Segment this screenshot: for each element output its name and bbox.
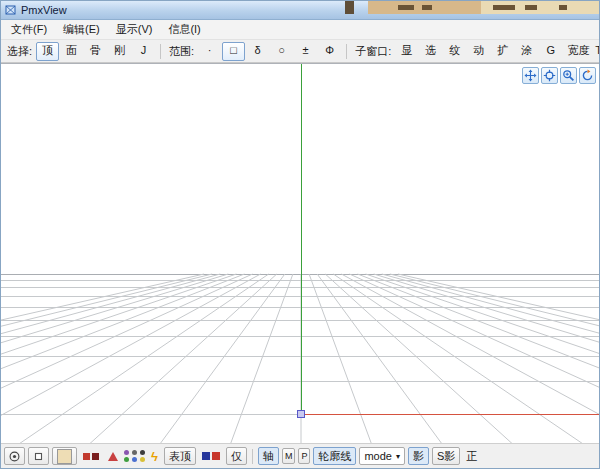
- pmxview-window: PmxView 文件(F) 编辑(E) 显示(V) 信息(I) 选择: 顶 面 …: [0, 0, 600, 469]
- view-nav-buttons: [522, 67, 596, 84]
- triangle-indicator[interactable]: [105, 452, 121, 461]
- range-point-button[interactable]: ·: [198, 42, 221, 61]
- select-face-button[interactable]: 面: [60, 42, 83, 61]
- toolbar-separator: [160, 44, 161, 59]
- subwindow-t-button[interactable]: T: [587, 42, 600, 61]
- global-axis-toggle[interactable]: P: [298, 448, 310, 464]
- point-display-toggle[interactable]: [28, 447, 49, 465]
- shadow-toggle[interactable]: 影: [408, 447, 429, 465]
- mode-dropdown-label: mode: [364, 450, 392, 462]
- vertex-display-toggle[interactable]: [4, 447, 25, 465]
- select-label: 选择:: [4, 44, 35, 59]
- pan-arrows-icon: [524, 69, 537, 82]
- view-move-button[interactable]: [541, 67, 558, 84]
- subwindow-label: 子窗口:: [352, 44, 394, 59]
- material-color-button[interactable]: [52, 447, 77, 465]
- subwindow-g-button[interactable]: G: [539, 42, 562, 61]
- only-toggle[interactable]: 仅: [226, 447, 247, 465]
- selection-color-squares: [199, 452, 223, 460]
- chevron-down-icon: ▾: [396, 452, 400, 461]
- magnifier-icon: [562, 69, 575, 82]
- subwindow-paint-button[interactable]: 涂: [515, 42, 538, 61]
- subwindow-expand-button[interactable]: 扩: [491, 42, 514, 61]
- range-plusminus-button[interactable]: ±: [294, 42, 317, 61]
- circle-dot-icon: [9, 451, 20, 462]
- viewport-3d[interactable]: [1, 63, 599, 443]
- color-swatch: [57, 449, 72, 464]
- subwindow-texture-button[interactable]: 纹: [443, 42, 466, 61]
- view-zoom-button[interactable]: [560, 67, 577, 84]
- background-window-fragment: [368, 1, 481, 14]
- crosshair-icon: [543, 69, 556, 82]
- menu-info[interactable]: 信息(I): [160, 20, 208, 39]
- statusbar: ϟ 表顶 仅 轴 M P 轮廓线 mode ▾ 影 S影 正: [1, 443, 599, 468]
- local-axis-toggle[interactable]: M: [282, 448, 296, 464]
- range-phi-button[interactable]: Φ: [318, 42, 341, 61]
- view-rotate-button[interactable]: [579, 67, 596, 84]
- menu-edit[interactable]: 编辑(E): [55, 20, 108, 39]
- toolbar: 选择: 顶 面 骨 刚 J 范围: · □ δ ○ ± Φ 子窗口: 显 选 纹…: [1, 40, 599, 63]
- small-square-icon: [33, 451, 44, 462]
- subwindow-width-button[interactable]: 宽度: [563, 42, 586, 61]
- select-rigid-button[interactable]: 刚: [108, 42, 131, 61]
- range-delta-button[interactable]: δ: [246, 42, 269, 61]
- range-label: 范围:: [166, 44, 197, 59]
- grid-svg: [1, 64, 599, 443]
- origin-marker: [298, 411, 305, 418]
- subwindow-display-button[interactable]: 显: [395, 42, 418, 61]
- view-pan-button[interactable]: [522, 67, 539, 84]
- statusbar-separator: [252, 449, 253, 464]
- background-window-fragment: [481, 1, 600, 14]
- subwindow-motion-button[interactable]: 动: [467, 42, 490, 61]
- front-culling-toggle[interactable]: 正: [463, 449, 480, 464]
- background-window-fragment: [345, 1, 354, 14]
- menubar: 文件(F) 编辑(E) 显示(V) 信息(I): [1, 20, 599, 40]
- select-bone-button[interactable]: 骨: [84, 42, 107, 61]
- select-joint-button[interactable]: J: [132, 42, 155, 61]
- select-vertex-button[interactable]: 顶: [36, 42, 59, 61]
- outline-toggle[interactable]: 轮廓线: [313, 447, 356, 465]
- red-triangle-icon: [108, 452, 118, 461]
- subwindow-select-button[interactable]: 选: [419, 42, 442, 61]
- range-circle-button[interactable]: ○: [270, 42, 293, 61]
- display-option-dots[interactable]: [124, 450, 145, 462]
- menu-view[interactable]: 显示(V): [108, 20, 161, 39]
- window-title: PmxView: [21, 4, 67, 16]
- menu-file[interactable]: 文件(F): [3, 20, 55, 39]
- show-vertex-toggle[interactable]: 表顶: [164, 447, 196, 465]
- mode-dropdown[interactable]: mode ▾: [359, 447, 405, 465]
- axis-handle-toggle[interactable]: 轴: [258, 447, 279, 465]
- vertex-color-indicators[interactable]: [80, 453, 102, 460]
- self-shadow-toggle[interactable]: S影: [432, 447, 460, 465]
- range-box-button[interactable]: □: [222, 42, 245, 61]
- lightning-icon[interactable]: ϟ: [148, 450, 161, 463]
- app-icon: [5, 4, 17, 16]
- rotate-icon: [581, 69, 594, 82]
- toolbar-separator: [346, 44, 347, 59]
